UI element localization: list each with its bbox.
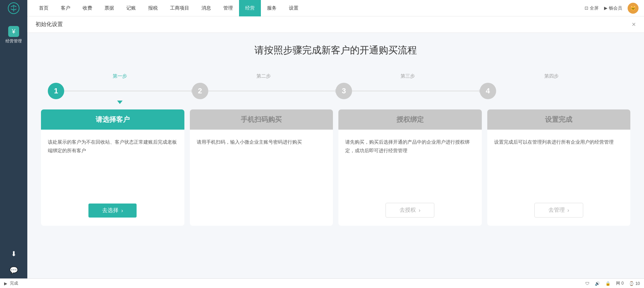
status-bar: ▶ 完成 🛡 🔊 🔒 网 0 ⌚ 10 (0, 278, 644, 288)
nav-management[interactable]: 管理 (217, 0, 239, 16)
card4-text: 设置完成后可以在管理列表进行所有企业用户的经营管理 (494, 139, 614, 145)
card1-header: 请选择客户 (41, 109, 184, 130)
sidebar-label: 经营管理 (5, 38, 22, 44)
member-label: 畅会员 (609, 5, 622, 11)
user-avatar[interactable]: 🐱 (628, 3, 639, 14)
main-content: 初始化设置 × 请按照步骤完成新客户的开通购买流程 第一步 1 › (27, 16, 644, 278)
nav-settings[interactable]: 设置 (283, 0, 305, 16)
shield-icon: 🛡 (585, 281, 589, 286)
step4-label: 第四步 (544, 73, 559, 79)
fullscreen-icon: ⊡ (585, 5, 588, 11)
card1-body: 该处展示的客户为不在回收站、客户状态正常建账后完成老板端绑定的所有客户 (41, 130, 184, 198)
card4-header: 设置完成 (487, 109, 631, 130)
cards-container: 请选择客户 该处展示的客户为不在回收站、客户状态正常建账后完成老板端绑定的所有客… (41, 109, 630, 226)
card1-footer: 去选择 › (41, 198, 184, 226)
member-icon: ▶ (604, 5, 607, 11)
card4-footer: 去管理 › (487, 197, 631, 226)
card2-body: 请用手机扫码，输入小微企业主账号密码进行购买 (190, 130, 333, 212)
nav-messages[interactable]: 消息 (195, 0, 217, 16)
card-setup-done: 设置完成 设置完成后可以在管理列表进行所有企业用户的经营管理 去管理 › (487, 109, 631, 226)
sidebar-help[interactable]: 💬 (0, 262, 27, 278)
card2-text: 请用手机扫码，输入小微企业主账号密码进行购买 (197, 139, 302, 145)
step2-circle: 2 (192, 83, 208, 99)
card-auth-bind: 授权绑定 请先购买，购买后选择开通的产品中的企业用户进行授权绑定，成功后即可进行… (338, 109, 482, 226)
page-title: 初始化设置 (36, 21, 63, 28)
avatar-img: 🐱 (630, 5, 636, 11)
top-nav: 首页 客户 收费 票据 记账 报税 工商项目 消息 管理 经营 服务 设置 ⊡ … (27, 0, 644, 16)
step1-circle: 1 (48, 83, 64, 99)
download-icon: ⬇ (11, 250, 17, 258)
go-auth-button[interactable]: 去授权 › (386, 203, 434, 218)
fullscreen-label: 全屏 (590, 5, 599, 11)
close-button[interactable]: × (632, 21, 636, 28)
step3-number: 3 (342, 87, 346, 95)
card3-text: 请先购买，购买后选择开通的产品中的企业用户进行授权绑定，成功后即可进行经营管理 (345, 139, 470, 153)
step1-label: 第一步 (113, 73, 127, 79)
go-auth-label: 去授权 (400, 207, 416, 214)
go-manage-label: 去管理 (548, 207, 565, 214)
content-body: 请按照步骤完成新客户的开通购买流程 第一步 1 › 第二步 (27, 33, 644, 237)
play-icon: ▶ (4, 281, 7, 286)
nav-items: 首页 客户 收费 票据 记账 报税 工商项目 消息 管理 经营 服务 设置 (33, 0, 585, 16)
nav-tax[interactable]: 报税 (142, 0, 164, 16)
nav-accounting[interactable]: 记账 (120, 0, 142, 16)
card1-text: 该处展示的客户为不在回收站、客户状态正常建账后完成老板端绑定的所有客户 (48, 139, 177, 153)
sidebar-download[interactable]: ⬇ (0, 246, 27, 262)
page-header: 初始化设置 × (27, 16, 644, 33)
main-heading: 请按照步骤完成新客户的开通购买流程 (41, 44, 630, 57)
wifi-label: 网 0 (616, 280, 624, 286)
nav-bills[interactable]: 票据 (98, 0, 120, 16)
nav-home[interactable]: 首页 (33, 0, 55, 16)
step2-number: 2 (198, 87, 202, 95)
card1-title: 请选择客户 (96, 116, 130, 123)
go-manage-icon: › (568, 207, 569, 213)
step4-circle: 4 (480, 83, 496, 99)
go-select-icon: › (121, 208, 123, 214)
go-select-label: 去选择 (102, 207, 118, 214)
card3-header: 授权绑定 (338, 109, 482, 130)
step3-circle: 3 (336, 83, 352, 99)
nav-business[interactable]: 工商项目 (164, 0, 195, 16)
lock-icon: 🔒 (605, 281, 611, 286)
operations-icon: ¥ (8, 26, 19, 37)
sidebar: ¥ 经营管理 ⬇ 💬 (0, 16, 27, 278)
nav-services[interactable]: 服务 (261, 0, 283, 16)
card-scan-buy: 手机扫码购买 请用手机扫码，输入小微企业主账号密码进行购买 (190, 109, 333, 226)
go-manage-button[interactable]: 去管理 › (534, 203, 583, 218)
volume-icon: 🔊 (595, 281, 600, 286)
card3-title: 授权绑定 (396, 116, 424, 123)
help-icon: 💬 (10, 266, 18, 274)
card3-footer: 去授权 › (338, 197, 482, 226)
step3-label: 第三步 (401, 73, 415, 79)
member-btn[interactable]: ▶ 畅会员 (604, 5, 622, 11)
status-text: 完成 (10, 280, 18, 286)
nav-operations[interactable]: 经营 (239, 0, 261, 16)
nav-customers[interactable]: 客户 (55, 0, 76, 16)
card2-title: 手机扫码购买 (241, 116, 282, 123)
sidebar-bottom: ⬇ 💬 (0, 246, 27, 278)
battery-label: ⌚ 10 (629, 281, 640, 286)
app-logo (0, 0, 27, 16)
step1-number: 1 (54, 87, 58, 95)
step2-label: 第二步 (256, 73, 271, 79)
step1-pin (117, 101, 123, 104)
card4-body: 设置完成后可以在管理列表进行所有企业用户的经营管理 (487, 130, 631, 197)
card2-header: 手机扫码购买 (190, 109, 333, 130)
card-select-customer: 请选择客户 该处展示的客户为不在回收站、客户状态正常建账后完成老板端绑定的所有客… (41, 109, 184, 226)
card4-title: 设置完成 (545, 116, 572, 123)
card2-footer (190, 212, 333, 226)
nav-right: ⊡ 全屏 ▶ 畅会员 🐱 (585, 3, 639, 14)
go-auth-icon: › (419, 207, 420, 213)
sidebar-item-operations[interactable]: ¥ 经营管理 (0, 22, 27, 48)
step4-number: 4 (486, 87, 490, 95)
card3-body: 请先购买，购买后选择开通的产品中的企业用户进行授权绑定，成功后即可进行经营管理 (338, 130, 482, 197)
nav-fees[interactable]: 收费 (76, 0, 98, 16)
go-select-button[interactable]: 去选择 › (88, 204, 137, 218)
status-bar-right: 🛡 🔊 🔒 网 0 ⌚ 10 (585, 280, 640, 286)
fullscreen-btn[interactable]: ⊡ 全屏 (585, 5, 599, 11)
